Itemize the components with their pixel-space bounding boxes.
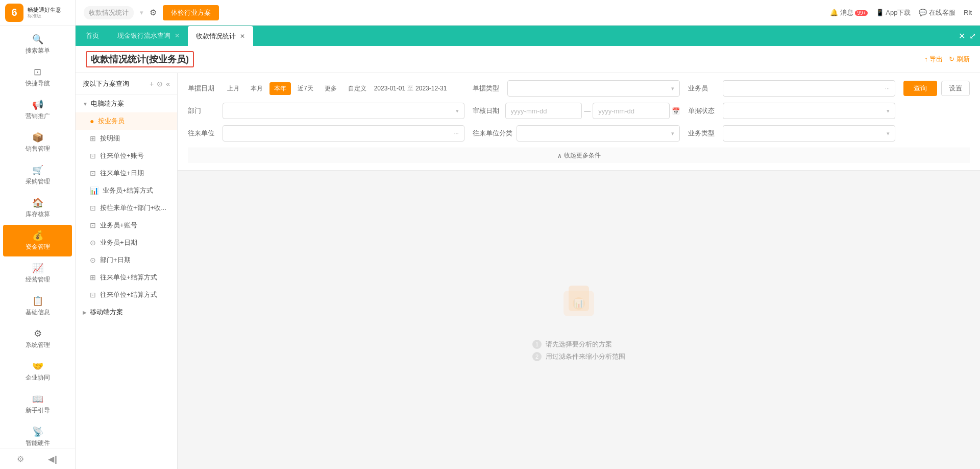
sidebar-item-9[interactable]: ⚙系统管理: [3, 323, 72, 355]
plan-item-label-0-3: 往来单位+日期: [100, 169, 144, 178]
plan-item-label-0-5: 按往来单位+部门+收...: [100, 203, 166, 213]
plan-group-label-0: 电脑端方案: [91, 99, 124, 108]
salesperson-label: 业务员: [688, 84, 719, 93]
partner-select[interactable]: ···: [223, 125, 464, 142]
search-row-2: 部门 ▾ 审核日期 — 📅 单: [188, 103, 970, 119]
date-tab-更多[interactable]: 更多: [320, 82, 341, 95]
date-tab-近7天[interactable]: 近7天: [293, 82, 318, 95]
date-end: 2023-12-31: [415, 85, 447, 92]
sidebar-icon-6: 💰: [32, 230, 43, 241]
user-name: Rit: [964, 9, 972, 16]
tab-collection[interactable]: 收款情况统计 ✕: [188, 26, 253, 46]
type-label: 单据类型: [473, 84, 503, 93]
plan-group-title-0[interactable]: ▼电脑端方案: [76, 95, 177, 112]
sidebar-item-3[interactable]: 📦销售管理: [3, 127, 72, 158]
setting-button[interactable]: 设置: [941, 81, 970, 96]
main-content: 收款情况统计 ▾ ⚙ 体验行业方案 🔔 消息 99+ 📱 App下载 💬 在线客…: [76, 0, 980, 469]
plan-group-title-1[interactable]: ▶移动端方案: [76, 303, 177, 321]
partner-cat-select[interactable]: ▾: [517, 125, 680, 142]
sidebar-item-2[interactable]: 📢营销推广: [3, 94, 72, 126]
sidebar-item-8[interactable]: 📋基础信息: [3, 290, 72, 322]
plan-item-0-0[interactable]: ●按业务员: [76, 112, 177, 130]
app-download-link[interactable]: 📱 App下载: [876, 8, 911, 17]
plan-item-0-3[interactable]: ⊡往来单位+日期: [76, 165, 177, 182]
bill-status-select[interactable]: ▾: [723, 103, 895, 119]
plan-item-0-1[interactable]: ⊞按明细: [76, 130, 177, 147]
date-tab-本年[interactable]: 本年: [270, 82, 291, 95]
tab-bank-flow-close[interactable]: ✕: [175, 32, 180, 39]
sidebar-label-5: 库存核算: [26, 210, 50, 219]
plan-group-arrow-1: ▶: [83, 310, 87, 315]
review-date-end[interactable]: [593, 103, 670, 119]
dept-select[interactable]: ▾: [223, 103, 464, 119]
online-service-link[interactable]: 💬 在线客服: [919, 8, 955, 17]
sidebar-item-0[interactable]: 🔍搜索菜单: [3, 29, 72, 60]
right-panel: 单据日期 上月本月本年近7天更多自定义 2023-01-01 至 2023-12…: [178, 73, 980, 469]
export-button[interactable]: ↑ 导出: [924, 55, 943, 64]
topbar-arrow: ▾: [140, 9, 143, 16]
plan-item-0-10[interactable]: ⊡往来单位+结算方式: [76, 286, 177, 303]
collapse-panel-icon[interactable]: «: [166, 80, 170, 88]
search-row-3: 往来单位 ··· 往来单位分类 ▾ 业务类型: [188, 125, 970, 142]
tab-close-all[interactable]: ✕: [959, 31, 965, 41]
tab-collection-close[interactable]: ✕: [240, 33, 245, 40]
plan-item-icon-0-6: ⊡: [90, 221, 96, 229]
plan-item-0-2[interactable]: ⊡往来单位+账号: [76, 147, 177, 165]
date-tab-本月[interactable]: 本月: [246, 82, 267, 95]
plan-item-0-6[interactable]: ⊡业务员+账号: [76, 217, 177, 234]
plan-groups: ▼电脑端方案●按业务员⊞按明细⊡往来单位+账号⊡往来单位+日期📊业务员+结算方式…: [76, 95, 177, 321]
plan-item-0-8[interactable]: ⊙部门+日期: [76, 251, 177, 269]
calendar-icon-1[interactable]: 📅: [672, 107, 680, 115]
biz-type-select[interactable]: ▾: [723, 125, 895, 142]
partner-cat-select-arrow: ▾: [671, 130, 674, 137]
sidebar-item-6[interactable]: 💰资金管理: [3, 225, 72, 256]
add-plan-icon[interactable]: +: [150, 80, 154, 88]
tab-maximize[interactable]: ⤢: [969, 31, 976, 41]
review-date-start[interactable]: [505, 103, 582, 119]
sidebar-item-1[interactable]: ⊡快捷导航: [3, 61, 72, 93]
plan-item-icon-0-2: ⊡: [90, 152, 96, 160]
plan-item-label-0-8: 部门+日期: [100, 255, 131, 265]
sidebar-item-4[interactable]: 🛒采购管理: [3, 159, 72, 191]
sidebar-icon-3: 📦: [32, 132, 43, 143]
plan-item-0-7[interactable]: ⊙业务员+日期: [76, 234, 177, 251]
date-tab-自定义[interactable]: 自定义: [344, 82, 371, 95]
plan-item-0-4[interactable]: 📊业务员+结算方式: [76, 182, 177, 199]
salesperson-select[interactable]: ···: [723, 80, 895, 97]
plan-group-1: ▶移动端方案: [76, 303, 177, 321]
plan-item-label-0-2: 往来单位+账号: [100, 151, 144, 160]
plan-item-icon-0-5: ⊡: [90, 204, 96, 212]
app-logo: 6 畅捷通好生意 标准版: [0, 0, 75, 26]
review-date-label: 审核日期: [473, 106, 503, 115]
empty-illustration: 📊: [553, 275, 604, 326]
search-actions: 查询 设置: [903, 81, 970, 96]
plan-item-0-5[interactable]: ⊡按往来单位+部门+收...: [76, 199, 177, 217]
messages-icon[interactable]: 🔔 消息 99+: [830, 8, 868, 17]
plan-group-0: ▼电脑端方案●按业务员⊞按明细⊡往来单位+账号⊡往来单位+日期📊业务员+结算方式…: [76, 95, 177, 303]
sidebar-item-7[interactable]: 📈经营管理: [3, 257, 72, 289]
collapse-button[interactable]: ∧ 收起更多条件: [188, 148, 970, 163]
empty-steps: 1 请先选择要分析的方案 2 用过滤条件来缩小分析范围: [532, 337, 625, 364]
collapse-footer-icon[interactable]: ◀‖: [48, 454, 58, 464]
settings-icon[interactable]: ⚙: [150, 8, 157, 17]
sidebar-item-10[interactable]: 🤝企业协同: [3, 356, 72, 387]
sidebar-icon-9: ⚙: [34, 328, 42, 339]
sidebar-item-11[interactable]: 📖新手引导: [3, 388, 72, 420]
salesperson-select-arrow: ···: [885, 85, 890, 91]
query-button[interactable]: 查询: [903, 81, 937, 96]
tab-home[interactable]: 首页: [76, 26, 109, 46]
tabbar: 首页 现金银行流水查询 ✕ 收款情况统计 ✕ ✕ ⤢: [76, 26, 980, 46]
tab-bank-flow[interactable]: 现金银行流水查询 ✕: [109, 26, 188, 46]
page-header: 收款情况统计(按业务员) ↑ 导出 ↻ 刷新: [76, 46, 980, 73]
plan-settings-icon[interactable]: ⊙: [157, 80, 163, 88]
type-select[interactable]: ▾: [507, 80, 680, 97]
sidebar-item-12[interactable]: 📡智能硬件: [3, 421, 72, 449]
plan-item-0-9[interactable]: ⊞往来单位+结算方式: [76, 269, 177, 286]
refresh-button[interactable]: ↻ 刷新: [949, 55, 970, 64]
sidebar-label-9: 系统管理: [26, 341, 50, 349]
settings-footer-icon[interactable]: ⚙: [17, 454, 24, 464]
trial-button[interactable]: 体验行业方案: [163, 5, 219, 20]
date-tab-上月[interactable]: 上月: [223, 82, 244, 95]
sidebar-item-5[interactable]: 🏠库存核算: [3, 192, 72, 224]
bill-status-label: 单据状态: [688, 106, 719, 115]
